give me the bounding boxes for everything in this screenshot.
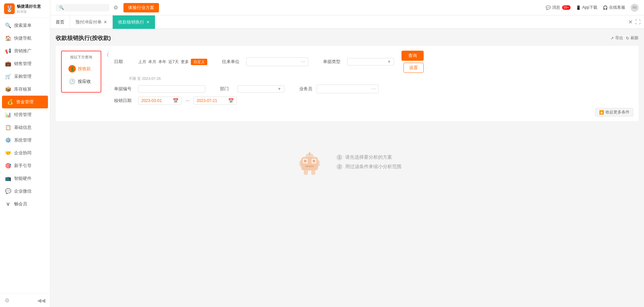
hint-text-2: 用过滤条件来缩小分析范围 [345, 164, 401, 170]
calendar-start-icon[interactable]: 📅 [173, 98, 178, 103]
message-label: 消息 [552, 5, 560, 10]
doc-number-input-wrap [138, 85, 205, 93]
date-shortcut-last-month[interactable]: 上月 [138, 59, 146, 65]
header-search-box[interactable]: 🔍 [56, 4, 109, 11]
tab-home[interactable]: 首页 [50, 15, 70, 29]
calendar-end-icon[interactable]: 📅 [228, 98, 234, 103]
doc-type-chevron-icon: ▼ [387, 59, 391, 64]
tab-prepay-close[interactable]: ✕ [104, 20, 107, 24]
date-range-info: 不限 至 2023-07-26 [129, 76, 161, 81]
tab-receipt-writeoff-close[interactable]: ✕ [146, 20, 150, 24]
filter-row-3: 核销日期 📅 — 📅 [114, 97, 633, 105]
search-button[interactable]: 查询 [401, 51, 424, 61]
sidebar-item-marketing[interactable]: 📢 营销推广 [0, 45, 50, 57]
date-shortcut-more[interactable]: 更多 [181, 59, 189, 65]
date-shortcut-custom[interactable]: 自定义 [191, 59, 207, 65]
writeoff-date-label: 核销日期 [114, 98, 134, 104]
filter-option-by-receipt[interactable]: 💲 按收款 [66, 63, 97, 74]
sidebar-item-basic[interactable]: 📋 基础信息 [0, 121, 50, 134]
tab-receipt-writeoff-label: 收款核销执行 [118, 19, 144, 25]
date-shortcuts: 上月 本月 本年 近7天 更多 自定义 [138, 59, 207, 65]
app-download-action[interactable]: 📱 App下载 [576, 5, 597, 10]
svg-rect-7 [317, 160, 320, 166]
sidebar-item-finance[interactable]: 💰 资金管理 [2, 96, 48, 108]
date-shortcut-this-year[interactable]: 本年 [158, 59, 166, 65]
sidebar-item-member[interactable]: V 畅会员 [0, 198, 50, 210]
service-icon: 🎧 [603, 5, 608, 10]
date-shortcut-7days[interactable]: 近7天 [168, 59, 179, 65]
tab-receipt-writeoff[interactable]: 收款核销执行 ✕ [113, 15, 155, 29]
counterpart-input[interactable] [249, 59, 300, 64]
finance-icon: 💰 [7, 99, 13, 105]
sidebar-item-system[interactable]: ⚙️ 系统管理 [0, 134, 50, 147]
sidebar-item-hardware[interactable]: 📺 智能硬件 [0, 172, 50, 185]
doc-type-select[interactable]: ▼ [347, 58, 394, 65]
marketing-icon: 📢 [5, 48, 11, 54]
collapse-sidebar-icon[interactable]: ◀◀ [37, 297, 45, 304]
right-action-btns: 查询 设置 [398, 51, 424, 73]
messages-action[interactable]: 💬 消息 99+ [546, 5, 571, 10]
sidebar-label-marketing: 营销推广 [14, 48, 32, 54]
date-shortcut-this-month[interactable]: 本月 [148, 59, 156, 65]
sidebar-item-quick-nav[interactable]: 🏠 快捷导航 [0, 32, 50, 45]
filter-row-1: 日期 上月 本月 本年 近7天 更多 自定义 往来单位 ··· [114, 51, 633, 73]
collapse-more-conditions-btn[interactable]: 🔼 收起更多条件 [595, 108, 633, 116]
tab-prepay-label: 预付冲应付单 [75, 19, 102, 25]
settings-bottom-icon[interactable]: ⚙ [5, 297, 9, 304]
sidebar-item-enterprise[interactable]: 🤝 企业协同 [0, 147, 50, 159]
page-title: 收款核销执行(按收款) [56, 34, 111, 42]
sidebar-label-finance: 资金管理 [16, 99, 34, 105]
refresh-icon: ↻ [626, 36, 629, 41]
filter-option-by-receivable[interactable]: 🕐 按应收 [66, 76, 97, 87]
sidebar-item-sales[interactable]: 💼 销售管理 [0, 57, 50, 70]
sidebar-label-operations: 经营管理 [14, 112, 32, 118]
department-select[interactable]: ▼ [237, 85, 284, 93]
header-gear-icon[interactable]: ⚙ [113, 4, 118, 11]
app-logo-icon: 🐰 [4, 3, 15, 14]
close-tab-icon[interactable]: ✕ [628, 19, 633, 25]
header-search-icon: 🔍 [59, 5, 64, 10]
industry-btn[interactable]: 体验行业方案 [123, 3, 159, 12]
filter-form: 日期 上月 本月 本年 近7天 更多 自定义 往来单位 ··· [114, 51, 633, 116]
home-icon: 🏠 [5, 35, 11, 41]
settings-button[interactable]: 设置 [404, 63, 424, 73]
sidebar-item-search[interactable]: 🔍 搜索菜单 [0, 19, 50, 32]
collapse-more-label: 收起更多条件 [605, 109, 630, 115]
tab-prepay[interactable]: 预付冲应付单 ✕ [70, 15, 113, 29]
sidebar-label-purchase: 采购管理 [14, 73, 32, 80]
user-avatar[interactable]: Rit [631, 4, 639, 12]
empty-hint-1: 1 请先选择要分析的方案 [336, 154, 401, 160]
export-icon: ↗ [610, 36, 614, 41]
counterpart-input-wrap: ··· [246, 57, 308, 66]
writeoff-date-start[interactable] [141, 98, 171, 103]
sidebar-item-guide[interactable]: 🎯 新手引导 [0, 159, 50, 172]
inventory-icon: 📦 [5, 86, 11, 92]
filter-collapse-toggle[interactable]: 《 [103, 52, 110, 58]
counterpart-label: 往来单位 [222, 59, 242, 65]
svg-rect-6 [300, 160, 302, 166]
sidebar-item-inventory[interactable]: 📦 库存核算 [0, 83, 50, 96]
counterpart-dots-icon[interactable]: ··· [301, 59, 305, 65]
refresh-btn[interactable]: ↻ 刷新 [626, 35, 639, 41]
sidebar-item-operations[interactable]: 📊 经营管理 [0, 108, 50, 121]
sidebar-item-wechat[interactable]: 💬 企业微信 [0, 185, 50, 198]
online-service-action[interactable]: 🎧 在线客服 [603, 5, 625, 10]
writeoff-date-end[interactable] [197, 98, 227, 103]
sidebar-label-enterprise: 企业协同 [14, 150, 32, 156]
hint-num-2: 2 [336, 164, 342, 170]
sales-icon: 💼 [5, 61, 11, 67]
filter-row-2: 单据编号 部门 ▼ 业务员 ··· [114, 85, 633, 93]
expand-tab-icon[interactable]: ⛶ [635, 19, 641, 25]
refresh-label: 刷新 [631, 35, 639, 41]
chevron-left-icon: 《 [104, 52, 109, 58]
svg-rect-3 [304, 160, 307, 162]
staff-dots-icon[interactable]: ··· [371, 86, 376, 92]
export-btn[interactable]: ↗ 导出 [610, 35, 623, 41]
sidebar-item-purchase[interactable]: 🛒 采购管理 [0, 70, 50, 83]
header-left: 🔍 ⚙ 体验行业方案 [56, 3, 159, 12]
sidebar-label-search: 搜索菜单 [14, 22, 32, 29]
sidebar-label-basic: 基础信息 [14, 124, 32, 131]
doc-number-label: 单据编号 [114, 86, 134, 92]
doc-number-input[interactable] [141, 87, 202, 91]
staff-input[interactable] [320, 87, 370, 91]
